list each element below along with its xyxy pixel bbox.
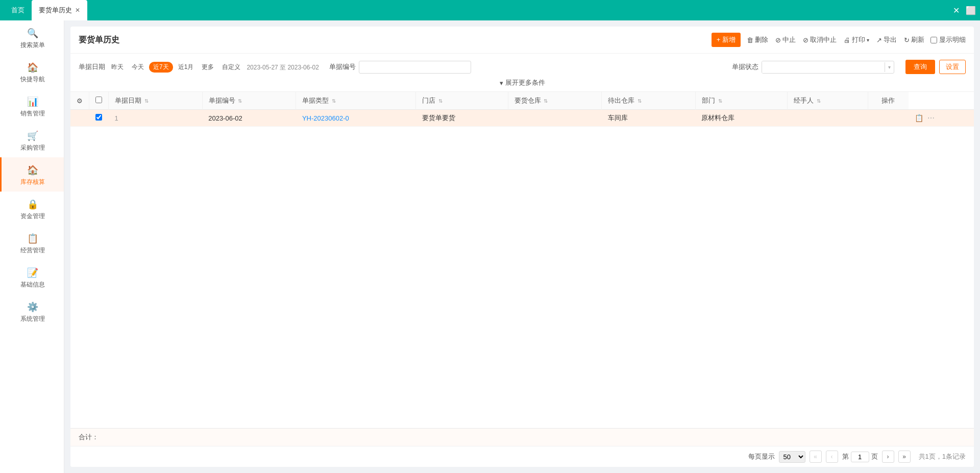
tab-close-icon[interactable]: ✕ [75,7,80,14]
col-doc-number-sort-icon[interactable]: ⇅ [238,98,242,104]
delete-button[interactable]: 🗑 删除 [746,33,769,46]
doc-status-dropdown-icon[interactable]: ▾ [885,62,894,72]
row-action-cell: 📋 ⋯ [909,110,974,127]
table-wrap: ⚙ 单据日期 ⇅ 单据编号 ⇅ [70,92,974,428]
date-tabs: 昨天 今天 近7天 近1月 更多 自定义 [108,62,243,73]
page-last-button[interactable]: » [898,451,911,463]
sidebar-item-finance-mgmt[interactable]: 🔒 资金管理 [0,192,64,226]
doc-number-input[interactable] [359,61,471,74]
row-doc-number-link[interactable]: YH-20230602-0 [302,114,349,122]
col-req-warehouse-label: 要货仓库 [514,97,541,104]
sidebar-item-purchase-mgmt[interactable]: 🛒 采购管理 [0,123,64,157]
col-action: 操作 [868,92,909,110]
total-info: 共1页，1条记录 [919,452,966,461]
col-doc-date-sort-icon[interactable]: ⇅ [144,98,149,104]
filter-row-1: 单据日期 昨天 今天 近7天 近1月 更多 自定义 2023-05-27 至 2… [79,60,966,74]
new-button[interactable]: + 新增 [712,33,741,47]
page-first-button[interactable]: « [810,451,822,463]
tab-requisition-history-label: 要货单历史 [39,6,72,15]
show-detail-toggle[interactable]: 显示明细 [930,35,966,44]
col-req-warehouse: 要货仓库 ⇅ [508,92,602,110]
cancel-stop-button[interactable]: ⊘ 取消中止 [802,33,838,46]
sidebar-item-search-menu[interactable]: 🔍 搜索菜单 [0,20,64,55]
date-tab-yesterday[interactable]: 昨天 [108,62,127,73]
window-maximize-icon[interactable]: ⬜ [966,6,976,15]
settings-col-icon[interactable]: ⚙ [77,97,83,105]
summary-label: 合计： [79,433,99,442]
query-button[interactable]: 查询 [905,60,935,74]
sidebar-item-inventory-calc[interactable]: 🏠 库存核算 [0,157,64,192]
col-action-label: 操作 [881,97,895,104]
row-settings-cell [70,110,89,127]
sidebar-item-basic-info-label: 基础信息 [20,280,45,289]
print-button[interactable]: 🖨 打印 ▾ [843,33,870,46]
basic-info-icon: 📝 [27,267,38,278]
col-store-label: 门店 [422,97,435,104]
top-bar-tabs: 首页 要货单历史 ✕ [4,0,87,20]
sidebar-item-basic-info[interactable]: 📝 基础信息 [0,260,64,294]
finance-mgmt-icon: 🔒 [27,199,38,210]
row-department-cell [788,110,868,127]
filter-group-doc-number: 单据编号 [329,61,722,74]
page-suffix-label: 页 [871,452,878,461]
per-page-label: 每页显示 [748,452,775,461]
settings-button[interactable]: 设置 [939,60,966,74]
date-tab-7days[interactable]: 近7天 [149,62,173,73]
sidebar-item-sales-mgmt-label: 销售管理 [20,109,45,118]
print-chevron-icon: ▾ [867,37,869,43]
tab-home[interactable]: 首页 [4,0,32,20]
col-store: 门店 ⇅ [416,92,508,110]
date-tab-today[interactable]: 今天 [129,62,147,73]
page-number-input[interactable] [851,452,869,462]
expand-more-conditions[interactable]: ▾ 展开更多条件 [79,78,966,87]
filter-group-doc-status: 单据状态 ▾ [732,61,895,74]
page-card: 要货单历史 + 新增 🗑 删除 ⊘ 中止 ⊘ 取消中止 [70,27,974,467]
date-tab-more[interactable]: 更多 [199,62,217,73]
stop-button[interactable]: ⊘ 中止 [774,33,797,46]
sidebar-item-ops-mgmt[interactable]: 📋 经营管理 [0,226,64,260]
row-more-icon[interactable]: ⋯ [927,114,935,122]
sidebar-item-quick-nav[interactable]: 🏠 快捷导航 [0,55,64,89]
col-department-sort-icon[interactable]: ⇅ [718,98,722,104]
content-area: 要货单历史 + 新增 🗑 删除 ⊘ 中止 ⊘ 取消中止 [64,20,980,473]
show-detail-checkbox[interactable] [930,37,937,43]
col-pending-warehouse: 待出仓库 ⇅ [602,92,696,110]
col-checkbox [89,92,109,110]
sidebar-item-inventory-calc-label: 库存核算 [20,178,45,186]
window-close-icon[interactable]: ✕ [953,6,960,15]
sidebar-item-system-mgmt[interactable]: ⚙️ 系统管理 [0,294,64,328]
tab-requisition-history[interactable]: 要货单历史 ✕ [32,0,87,20]
col-doc-type-sort-icon[interactable]: ⇅ [332,98,336,104]
row-handler-cell [868,110,909,127]
doc-status-input[interactable] [762,61,885,73]
col-pending-warehouse-label: 待出仓库 [608,97,634,104]
stop-icon: ⊘ [775,36,781,44]
col-doc-type: 单据类型 ⇅ [296,92,416,110]
row-checkbox[interactable] [95,114,102,121]
select-all-checkbox[interactable] [95,97,102,103]
refresh-button[interactable]: ↻ 刷新 [903,33,925,46]
row-edit-icon[interactable]: 📋 [915,114,923,122]
col-store-sort-icon[interactable]: ⇅ [438,98,443,104]
col-pending-warehouse-sort-icon[interactable]: ⇅ [638,98,642,104]
page-prefix-label: 第 [842,452,849,461]
page-next-button[interactable]: › [882,451,894,463]
sales-mgmt-icon: 📊 [27,96,38,107]
sidebar-item-quick-nav-label: 快捷导航 [20,75,45,84]
expand-more-icon: ▾ [500,79,503,87]
sidebar-item-sales-mgmt[interactable]: 📊 销售管理 [0,89,64,123]
page-prev-button[interactable]: ‹ [826,451,838,463]
col-req-warehouse-sort-icon[interactable]: ⇅ [544,98,548,104]
quick-nav-icon: 🏠 [27,62,38,73]
row-action-icons: 📋 ⋯ [915,114,968,122]
date-tab-1month[interactable]: 近1月 [175,62,197,73]
doc-date-filter-label: 单据日期 [79,62,105,72]
per-page-select[interactable]: 20 50 100 200 [779,451,805,463]
doc-status-filter-label: 单据状态 [732,62,758,72]
col-handler-sort-icon[interactable]: ⇅ [817,98,821,104]
col-handler: 经手人 ⇅ [788,92,868,110]
tab-home-label: 首页 [11,6,24,15]
export-button[interactable]: ↗ 导出 [875,33,898,46]
date-tab-custom[interactable]: 自定义 [219,62,243,73]
print-icon: 🖨 [844,36,850,44]
